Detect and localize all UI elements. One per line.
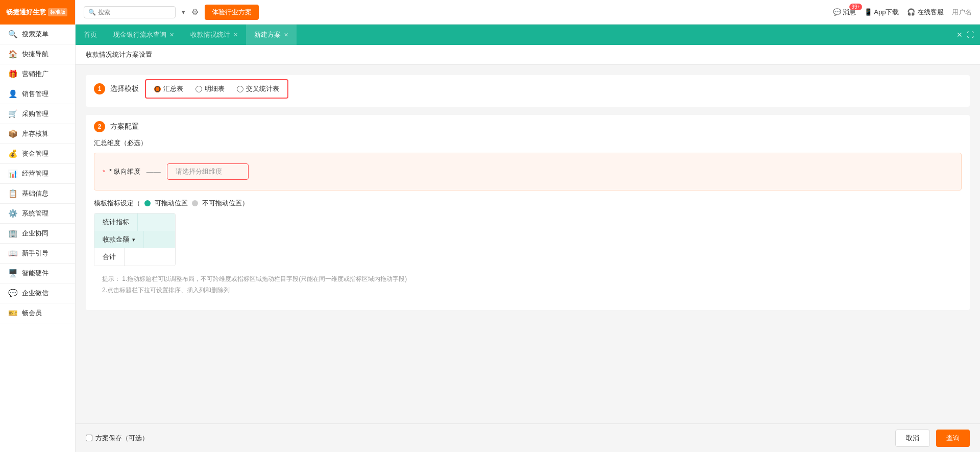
sidebar-item-label: 快捷导航 — [22, 50, 48, 59]
stats-header-cell: 统计指标 — [94, 213, 138, 231]
tab-home[interactable]: 首页 — [76, 25, 105, 45]
dimension-area: * * 纵向维度 —— 请选择分组维度 — [94, 153, 962, 191]
settings-icon[interactable]: ⚙ — [191, 7, 199, 17]
radio-detail[interactable]: 明细表 — [195, 84, 225, 93]
app-download-button[interactable]: 📱 App下载 — [864, 8, 899, 17]
tabbar-controls: ✕ ⛶ — [957, 31, 980, 39]
industry-plan-button[interactable]: 体验行业方案 — [205, 5, 259, 20]
radio-summary[interactable]: 汇总表 — [154, 84, 183, 93]
marketing-icon: 🎁 — [8, 69, 18, 79]
footer: 方案保存（可选） 取消 查询 — [76, 423, 980, 452]
tab-bank-flow[interactable]: 现金银行流水查询 ✕ — [105, 25, 182, 45]
template-section: 1 选择模板 汇总表 明细表 — [86, 75, 970, 107]
stats-header-row: 统计指标 — [94, 213, 175, 231]
inventory-icon: 📦 — [8, 129, 18, 138]
dimension-select[interactable]: 请选择分组维度 — [167, 163, 249, 180]
topbar: 🔍 ▾ ⚙ 体验行业方案 💬 消息 99+ 📱 App下载 🎧 在线客服 用户名 — [76, 0, 980, 25]
query-button[interactable]: 查询 — [936, 430, 970, 447]
radio-summary-label: 汇总表 — [163, 84, 183, 93]
sidebar-item-operations[interactable]: 📊 经营管理 — [0, 164, 75, 184]
radio-cross[interactable]: 交叉统计表 — [237, 84, 279, 93]
indicator-label-row: 模板指标设定（ 可拖动位置 不可拖动位置） — [94, 199, 962, 208]
search-input[interactable] — [98, 9, 169, 16]
sidebar-item-guide[interactable]: 📖 新手引导 — [0, 244, 75, 264]
tab-bank-flow-close-icon[interactable]: ✕ — [169, 32, 174, 38]
member-icon: 🎫 — [8, 308, 18, 318]
sidebar-item-search-menu[interactable]: 🔍 搜索菜单 — [0, 25, 75, 44]
tab-collection-stats[interactable]: 收款情况统计 ✕ — [182, 25, 246, 45]
dimension-select-placeholder: 请选择分组维度 — [176, 168, 222, 175]
sidebar-item-label: 企业微信 — [22, 289, 48, 298]
content-body: 1 选择模板 汇总表 明细表 — [76, 65, 980, 328]
tab-home-label: 首页 — [84, 30, 97, 39]
search-menu-icon: 🔍 — [8, 30, 18, 39]
section2-number: 2 — [94, 121, 105, 132]
required-marker: * — [103, 168, 105, 176]
dropdown-arrow-icon[interactable]: ▾ — [182, 8, 185, 16]
template-options-box: 汇总表 明细表 交叉统计表 — [145, 79, 288, 99]
version-badge: 标准版 — [48, 8, 67, 16]
sidebar-item-inventory[interactable]: 📦 库存核算 — [0, 124, 75, 144]
footer-buttons: 取消 查询 — [895, 430, 970, 447]
notification-button[interactable]: 💬 消息 99+ — [833, 8, 856, 17]
sidebar-item-base-info[interactable]: 📋 基础信息 — [0, 184, 75, 204]
radio-summary-input[interactable] — [154, 86, 161, 92]
sidebar-item-finance[interactable]: 💰 资金管理 — [0, 144, 75, 164]
maximize-icon[interactable]: ⛶ — [967, 31, 974, 39]
sidebar-item-sales[interactable]: 👤 销售管理 — [0, 84, 75, 104]
section1-title: 选择模板 — [110, 84, 139, 93]
plan-config-section: 2 方案配置 汇总维度（必选） * * 纵向维度 —— 请选择分组维度 — [86, 115, 970, 310]
sidebar-item-system[interactable]: ⚙️ 系统管理 — [0, 204, 75, 224]
sidebar-item-purchase[interactable]: 🛒 采购管理 — [0, 104, 75, 124]
vertical-dimension-label: * 纵向维度 — [109, 167, 140, 176]
save-option[interactable]: 方案保存（可选） — [86, 434, 149, 443]
collab-icon: 🏢 — [8, 229, 18, 238]
section1-row: 1 选择模板 汇总表 明细表 — [86, 75, 970, 107]
breadcrumb: 收款情况统计方案设置 — [76, 45, 980, 65]
indicator-settings: 模板指标设定（ 可拖动位置 不可拖动位置） 统计指标 — [94, 199, 962, 268]
tab-collection-stats-close-icon[interactable]: ✕ — [233, 32, 238, 38]
purchase-icon: 🛒 — [8, 109, 18, 118]
radio-detail-label: 明细表 — [205, 84, 225, 93]
sales-icon: 👤 — [8, 89, 18, 99]
tab-new-plan[interactable]: 新建方案 ✕ — [246, 25, 297, 45]
save-label: 方案保存（可选） — [95, 434, 149, 443]
sidebar-item-label: 新手引导 — [22, 249, 48, 258]
cancel-button[interactable]: 取消 — [895, 430, 930, 447]
user-name[interactable]: 用户名 — [952, 8, 972, 17]
sidebar: 畅捷通好生意 标准版 🔍 搜索菜单 🏠 快捷导航 🎁 营销推广 👤 销售管理 🛒… — [0, 0, 76, 452]
sidebar-item-hardware[interactable]: 🖥️ 智能硬件 — [0, 264, 75, 283]
notification-badge: 99+ — [849, 4, 862, 10]
wechat-icon: 💬 — [8, 289, 18, 298]
sidebar-item-label: 系统管理 — [22, 209, 48, 218]
save-checkbox[interactable] — [86, 435, 92, 441]
online-service-button[interactable]: 🎧 在线客服 — [907, 8, 944, 17]
sidebar-logo: 畅捷通好生意 标准版 — [0, 0, 75, 25]
sidebar-item-label: 智能硬件 — [22, 269, 48, 278]
search-box[interactable]: 🔍 — [84, 6, 176, 18]
section2-header: 2 方案配置 — [86, 115, 970, 138]
radio-detail-input[interactable] — [195, 86, 202, 92]
sidebar-item-label: 畅会员 — [22, 308, 42, 318]
topbar-right: 💬 消息 99+ 📱 App下载 🎧 在线客服 用户名 — [833, 8, 972, 17]
sidebar-item-member[interactable]: 🎫 畅会员 — [0, 303, 75, 323]
sidebar-item-marketing[interactable]: 🎁 营销推广 — [0, 64, 75, 84]
sidebar-item-quick-nav[interactable]: 🏠 快捷导航 — [0, 44, 75, 64]
hardware-icon: 🖥️ — [8, 269, 18, 278]
stats-column-cell[interactable]: 收款金额 ▾ — [94, 231, 144, 248]
tabbar: 首页 现金银行流水查询 ✕ 收款情况统计 ✕ 新建方案 ✕ ✕ ⛶ — [76, 25, 980, 45]
sidebar-item-collab[interactable]: 🏢 企业协同 — [0, 224, 75, 244]
stats-column-label: 收款金额 — [103, 235, 129, 244]
radio-cross-input[interactable] — [237, 86, 243, 92]
tab-new-plan-close-icon[interactable]: ✕ — [284, 32, 288, 38]
message-icon: 💬 — [833, 8, 841, 16]
base-info-icon: 📋 — [8, 189, 18, 198]
tab-new-plan-label: 新建方案 — [254, 30, 281, 39]
stats-row-label: 合计 — [103, 253, 116, 260]
sidebar-item-wechat[interactable]: 💬 企业微信 — [0, 283, 75, 303]
tips-section: 提示： 1.拖动标题栏可以调整布局，不可跨维度或指标区域拖动栏目字段(只能在同一… — [94, 268, 962, 302]
finance-icon: 💰 — [8, 149, 18, 158]
close-window-icon[interactable]: ✕ — [957, 31, 963, 39]
radio-group: 汇总表 明细表 交叉统计表 — [154, 83, 279, 94]
section1-header: 1 选择模板 — [94, 83, 139, 94]
